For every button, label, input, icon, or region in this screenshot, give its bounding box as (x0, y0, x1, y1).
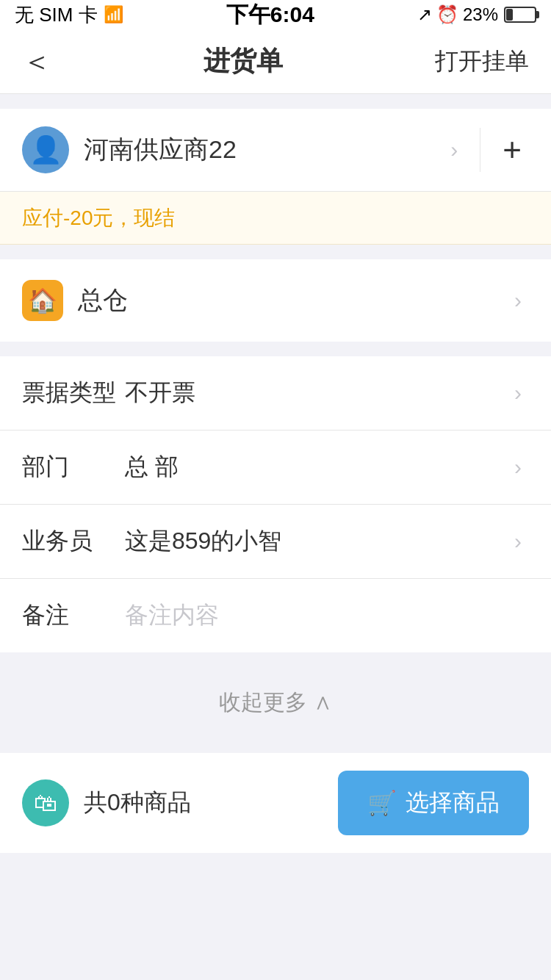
status-right: ↗ ⏰ 23% (417, 4, 536, 25)
dept-label: 部门 (22, 451, 125, 483)
supplier-name: 河南供应商22 (84, 133, 450, 167)
invoice-type-label: 票据类型 (22, 377, 125, 409)
back-button[interactable]: ＜ (22, 41, 51, 82)
status-left: 无 SIM 卡 📶 (15, 2, 123, 28)
product-icon-container: 🛍 (22, 779, 69, 826)
warning-banner: 应付-20元，现结 (0, 192, 551, 245)
supplier-chevron-icon: › (450, 137, 458, 162)
remark-label: 备注 (22, 599, 125, 632)
salesman-row[interactable]: 业务员 这是859的小智 › (0, 505, 551, 579)
supplier-section: 👤 河南供应商22 › + 应付-20元，现结 (0, 109, 551, 245)
vertical-divider (480, 128, 480, 172)
warehouse-chevron-icon: › (514, 288, 522, 313)
alarm-icon: ⏰ (436, 4, 458, 25)
select-product-label: 选择商品 (406, 787, 500, 819)
carrier-label: 无 SIM 卡 (15, 2, 98, 28)
dept-row[interactable]: 部门 总 部 › (0, 430, 551, 505)
collapse-label: 收起更多 ∧ (219, 688, 331, 718)
warning-text: 应付-20元，现结 (22, 206, 175, 229)
wifi-icon: 📶 (104, 5, 123, 24)
product-icon: 🛍 (34, 790, 57, 817)
invoice-chevron-icon: › (514, 381, 522, 406)
remark-row[interactable]: 备注 备注内容 (0, 579, 551, 652)
select-product-button[interactable]: 🛒 选择商品 (338, 771, 529, 835)
warehouse-name: 总仓 (78, 284, 514, 317)
collapse-button[interactable]: 收起更多 ∧ (0, 667, 551, 738)
select-product-icon: 🛒 (367, 789, 397, 817)
battery-percent: 23% (463, 4, 498, 25)
supplier-row[interactable]: 👤 河南供应商22 › + (0, 109, 551, 192)
status-bar: 无 SIM 卡 📶 下午6:04 ↗ ⏰ 23% (0, 0, 551, 29)
salesman-value: 这是859的小智 (125, 525, 514, 558)
form-section: 票据类型 不开票 › 部门 总 部 › 业务员 这是859的小智 › 备注 备注… (0, 356, 551, 652)
nav-bar: ＜ 进货单 打开挂单 (0, 29, 551, 94)
content: 👤 河南供应商22 › + 应付-20元，现结 🏠 总仓 › 票据类型 不开票 … (0, 109, 551, 853)
warehouse-icon: 🏠 (28, 287, 57, 314)
invoice-type-value: 不开票 (125, 377, 514, 409)
bottom-bar: 🛍 共0种商品 🛒 选择商品 (0, 753, 551, 853)
add-supplier-button[interactable]: + (495, 131, 529, 168)
dept-chevron-icon: › (514, 455, 522, 480)
dept-value: 总 部 (125, 451, 514, 483)
salesman-label: 业务员 (22, 525, 125, 558)
warehouse-icon-container: 🏠 (22, 280, 63, 321)
supplier-avatar: 👤 (22, 126, 69, 173)
page-title: 进货单 (204, 43, 283, 79)
invoice-type-row[interactable]: 票据类型 不开票 › (0, 356, 551, 430)
location-icon: ↗ (417, 4, 432, 25)
salesman-chevron-icon: › (514, 529, 522, 554)
battery-icon (504, 7, 536, 23)
remark-input[interactable]: 备注内容 (125, 599, 529, 632)
open-pending-button[interactable]: 打开挂单 (435, 46, 529, 78)
avatar-icon: 👤 (29, 134, 62, 165)
warehouse-row[interactable]: 🏠 总仓 › (0, 259, 551, 342)
status-time: 下午6:04 (226, 0, 314, 30)
product-count-label: 共0种商品 (84, 787, 323, 819)
